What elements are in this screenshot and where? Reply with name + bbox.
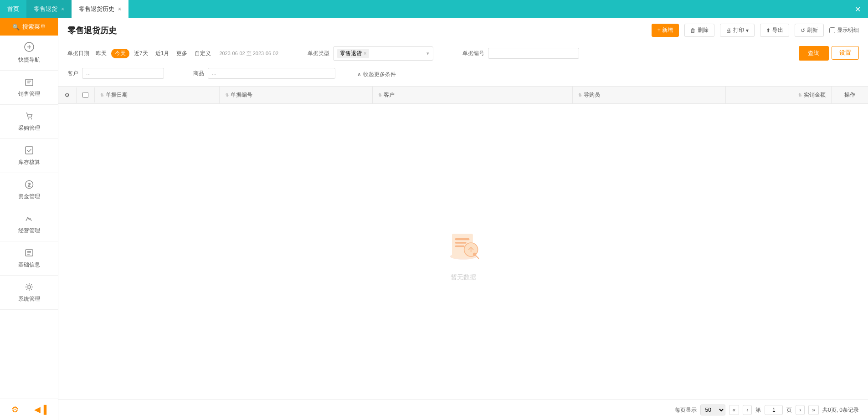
select-all-checkbox[interactable] bbox=[82, 92, 88, 98]
export-button[interactable]: ⬆ 导出 bbox=[760, 24, 789, 37]
print-button-label: 打印 bbox=[733, 26, 744, 34]
col-settings-icon: ⚙ bbox=[65, 92, 70, 98]
date-btn-today[interactable]: 今天 bbox=[111, 49, 129, 58]
sidebar-search[interactable]: 🔍 搜索菜单 bbox=[0, 18, 58, 36]
tab-retail-return-history-close[interactable]: × bbox=[118, 6, 121, 12]
doc-number-input[interactable] bbox=[488, 48, 579, 59]
tab-retail-return[interactable]: 零售退货 × bbox=[26, 0, 72, 18]
show-detail-checkbox[interactable]: 显示明细 bbox=[829, 26, 859, 34]
col-customer[interactable]: ⇅ 客户 bbox=[373, 87, 573, 103]
date-btn-yesterday[interactable]: 昨天 bbox=[93, 49, 109, 58]
sidebar-item-inventory[interactable]: 库存核算 bbox=[0, 139, 58, 173]
date-btn-7days[interactable]: 近7天 bbox=[131, 49, 151, 58]
delete-button[interactable]: 🗑 删除 bbox=[684, 24, 714, 37]
print-button[interactable]: 🖨 打印 ▾ bbox=[720, 24, 755, 37]
date-range-display: 2023-06-02 至 2023-06-02 bbox=[219, 50, 278, 57]
sidebar-item-system[interactable]: 系统管理 bbox=[0, 276, 58, 310]
sidebar-item-quick-nav-label: 快捷导航 bbox=[18, 56, 40, 64]
col-guide-label: 导购员 bbox=[584, 91, 600, 99]
audio-bottom-icon[interactable]: ◀▐ bbox=[34, 405, 46, 415]
filter-settings-button[interactable]: 设置 bbox=[832, 46, 859, 60]
sidebar-item-sales[interactable]: 销售管理 bbox=[0, 71, 58, 105]
refresh-icon: ↺ bbox=[801, 27, 805, 34]
filter-settings-label: 设置 bbox=[839, 49, 851, 56]
delete-button-label: 删除 bbox=[698, 26, 709, 34]
sidebar-item-inventory-label: 库存核算 bbox=[18, 159, 40, 166]
search-icon: 🔍 bbox=[12, 24, 20, 31]
col-doc-no[interactable]: ⇅ 单据编号 bbox=[220, 87, 373, 103]
operations-icon bbox=[24, 214, 34, 225]
sidebar-item-purchase-label: 采购管理 bbox=[18, 124, 40, 132]
quick-nav-icon bbox=[24, 42, 34, 54]
date-buttons: 昨天 今天 近7天 近1月 更多 自定义 bbox=[93, 49, 214, 58]
new-button[interactable]: + 新增 bbox=[652, 24, 679, 37]
new-button-label: + 新增 bbox=[657, 26, 673, 34]
sort-icon-customer: ⇅ bbox=[378, 92, 382, 97]
page-prev-button[interactable]: ‹ bbox=[743, 405, 752, 415]
col-date[interactable]: ⇅ 单据日期 bbox=[95, 87, 220, 103]
doc-type-select[interactable]: 零售退货 × ▾ bbox=[333, 46, 433, 61]
svg-rect-10 bbox=[455, 238, 469, 240]
page-prev-icon: ‹ bbox=[746, 407, 748, 413]
filter-area: 单据日期 昨天 今天 近7天 近1月 更多 自定义 2023-06-02 至 2… bbox=[67, 42, 859, 82]
sidebar-item-operations[interactable]: 经营管理 bbox=[0, 207, 58, 241]
col-amount[interactable]: ⇅ 实销金额 bbox=[726, 87, 832, 103]
customer-input[interactable] bbox=[82, 68, 164, 79]
refresh-button[interactable]: ↺ 刷新 bbox=[795, 24, 824, 37]
sidebar-item-quick-nav[interactable]: 快捷导航 bbox=[0, 36, 58, 71]
svg-rect-1 bbox=[26, 79, 33, 86]
sidebar-item-finance[interactable]: 资金管理 bbox=[0, 173, 58, 207]
settings-bottom-icon[interactable]: ⚙ bbox=[11, 405, 19, 415]
page-size-select[interactable]: 50 10 20 100 bbox=[700, 405, 725, 415]
col-checkbox[interactable] bbox=[77, 87, 95, 102]
collapse-bar[interactable]: ∧ 收起更多条件 bbox=[357, 69, 396, 82]
tab-home-label: 首页 bbox=[7, 5, 19, 13]
sidebar-item-sales-label: 销售管理 bbox=[18, 90, 40, 98]
goods-label: 商品 bbox=[193, 70, 204, 77]
col-ops-label: 操作 bbox=[844, 91, 855, 99]
page-prefix: 第 bbox=[755, 406, 761, 414]
sidebar-item-purchase[interactable]: 采购管理 bbox=[0, 105, 58, 139]
sidebar-search-label: 搜索菜单 bbox=[22, 23, 46, 31]
tab-retail-return-history[interactable]: 零售退货历史 × bbox=[72, 0, 128, 18]
collapse-label: 收起更多条件 bbox=[363, 71, 396, 78]
goods-filter: 商品 bbox=[193, 68, 335, 79]
window-close-button[interactable]: ✕ bbox=[847, 5, 868, 14]
customer-label: 客户 bbox=[67, 70, 78, 77]
top-bar: 首页 零售退货 × 零售退货历史 × ✕ bbox=[0, 0, 868, 18]
doc-type-dropdown-icon: ▾ bbox=[426, 51, 429, 56]
date-btn-1month[interactable]: 近1月 bbox=[153, 49, 172, 58]
page-input[interactable] bbox=[765, 405, 783, 415]
svg-point-2 bbox=[28, 118, 29, 119]
empty-icon bbox=[441, 222, 486, 268]
date-btn-custom[interactable]: 自定义 bbox=[192, 49, 214, 58]
col-guide[interactable]: ⇅ 导购员 bbox=[573, 87, 726, 103]
basic-info-icon bbox=[24, 248, 34, 259]
page-header: 零售退货历史 + 新增 🗑 删除 🖨 打印 ▾ ⬆ bbox=[58, 18, 868, 87]
tab-home[interactable]: 首页 bbox=[0, 0, 26, 18]
show-detail-input[interactable] bbox=[829, 27, 835, 33]
col-doc-no-label: 单据编号 bbox=[231, 91, 252, 99]
print-dropdown-icon: ▾ bbox=[746, 27, 749, 34]
tab-retail-return-history-label: 零售退货历史 bbox=[79, 5, 114, 13]
show-detail-label: 显示明细 bbox=[837, 26, 859, 34]
col-settings[interactable]: ⚙ bbox=[58, 87, 77, 103]
page-next-button[interactable]: › bbox=[796, 405, 805, 415]
doc-type-tag-close[interactable]: × bbox=[364, 51, 366, 56]
doc-type-label: 单据类型 bbox=[308, 50, 329, 57]
date-btn-more[interactable]: 更多 bbox=[174, 49, 190, 58]
doc-number-filter: 单据编号 bbox=[462, 48, 579, 59]
sidebar-item-basic-info[interactable]: 基础信息 bbox=[0, 241, 58, 276]
sort-icon-date: ⇅ bbox=[100, 92, 104, 97]
action-buttons: 查询 设置 bbox=[799, 46, 859, 64]
svg-rect-12 bbox=[455, 245, 464, 246]
page-first-button[interactable]: « bbox=[729, 405, 740, 415]
doc-number-label: 单据编号 bbox=[462, 50, 484, 57]
query-button[interactable]: 查询 bbox=[799, 46, 829, 61]
tab-retail-return-close[interactable]: × bbox=[61, 6, 64, 12]
page-last-button[interactable]: » bbox=[808, 405, 819, 415]
sales-icon bbox=[24, 77, 34, 88]
system-icon bbox=[24, 282, 34, 293]
sidebar-bottom: ⚙ ◀▐ bbox=[0, 399, 58, 420]
goods-input[interactable] bbox=[208, 68, 335, 79]
